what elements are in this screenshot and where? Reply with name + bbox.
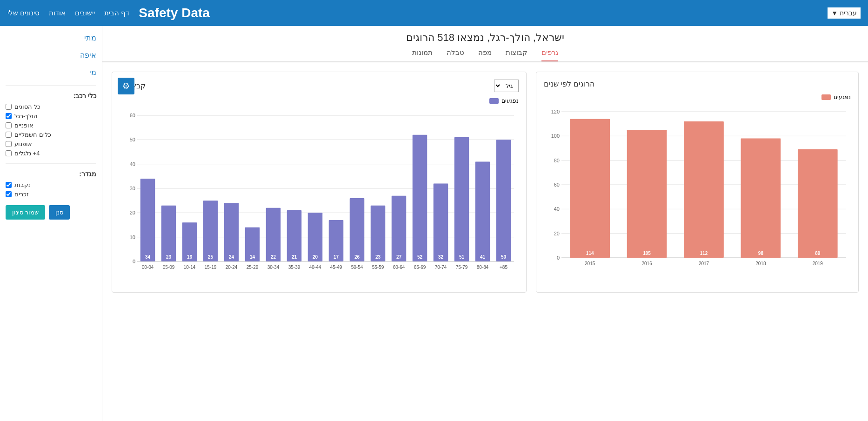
svg-text:80-84: 80-84 — [477, 265, 489, 270]
filter-button[interactable]: סנן — [49, 205, 70, 220]
svg-rect-60 — [454, 137, 469, 261]
svg-rect-57 — [434, 184, 448, 261]
main-header: עברית ▼ Safety Data דף הבית יישובים אודו… — [0, 0, 868, 26]
tab-images[interactable]: תמונות — [412, 48, 433, 61]
svg-text:20: 20 — [554, 231, 560, 236]
vehicle-label-2: אופניים — [14, 122, 33, 129]
gender-section-title: מגדר: — [6, 170, 96, 178]
svg-text:24: 24 — [229, 254, 234, 260]
vehicle-checkboxes: כל הסוגיםהולך-רגלאופנייםכלים חשמלייםאופנ… — [6, 103, 96, 157]
right-bar-chart: 0204060801001201142015105201611220179820… — [544, 104, 851, 281]
svg-text:32: 32 — [438, 254, 444, 260]
tab-map[interactable]: מפה — [478, 48, 492, 61]
charts-area: ⚙ גיל קבץ לפי נפגעים 01020304050603400-0… — [102, 62, 868, 302]
sidebar: מתי איפה מי כלי רכב: כל הסוגיםהולך-רגלאו… — [0, 26, 102, 421]
svg-text:21: 21 — [292, 254, 297, 260]
save-filter-button[interactable]: שמור סינון — [6, 205, 45, 220]
svg-text:114: 114 — [586, 251, 594, 256]
vehicle-checkbox-1[interactable] — [6, 113, 12, 119]
svg-text:40: 40 — [130, 161, 135, 167]
vehicle-label-1: הולך-רגל — [14, 113, 38, 120]
svg-rect-87 — [627, 130, 667, 258]
vehicle-checkbox-2[interactable] — [6, 122, 12, 128]
dropdown-arrow-icon: ▼ — [831, 9, 838, 17]
left-chart-header: גיל קבץ לפי — [120, 80, 519, 92]
gear-icon: ⚙ — [122, 81, 130, 91]
svg-rect-45 — [350, 198, 365, 261]
svg-rect-90 — [684, 121, 724, 258]
header-left: עברית ▼ — [828, 7, 861, 19]
gender-label-1: זכרים — [14, 191, 29, 198]
vehicle-checkbox-5[interactable] — [6, 150, 12, 156]
svg-text:55-59: 55-59 — [372, 265, 384, 270]
svg-text:89: 89 — [815, 251, 821, 256]
svg-rect-63 — [475, 161, 490, 261]
settings-button[interactable]: ⚙ — [118, 78, 134, 94]
svg-text:34: 34 — [145, 254, 151, 260]
page-title: ישראל, הולך-רגל, נמצאו 518 הרוגים — [102, 32, 868, 44]
svg-rect-18 — [161, 206, 176, 261]
svg-text:35-39: 35-39 — [288, 265, 300, 270]
vehicle-option-3: כלים חשמליים — [6, 131, 96, 138]
svg-text:0: 0 — [557, 255, 560, 261]
svg-text:10: 10 — [130, 234, 135, 240]
vehicle-checkbox-0[interactable] — [6, 104, 12, 110]
svg-text:20: 20 — [313, 254, 318, 260]
svg-text:0: 0 — [133, 259, 135, 264]
tab-groups[interactable]: קבוצות — [506, 48, 527, 61]
svg-text:2018: 2018 — [755, 261, 766, 266]
svg-rect-36 — [287, 210, 302, 261]
svg-text:50: 50 — [130, 137, 135, 142]
svg-text:105: 105 — [643, 251, 651, 256]
left-legend-color — [489, 98, 499, 104]
vehicle-option-5: 4+ גלגלים — [6, 150, 96, 157]
tab-table[interactable]: טבלה — [447, 48, 464, 61]
vehicle-label-5: 4+ גלגלים — [14, 150, 40, 157]
left-legend-label: נפגעים — [501, 98, 519, 104]
vehicle-option-0: כל הסוגים — [6, 103, 96, 110]
right-chart-panel: הרוגים לפי שנים נפגעים 02040608010012011… — [536, 72, 859, 293]
svg-text:15-19: 15-19 — [205, 265, 217, 270]
tab-graphs[interactable]: גרפים — [541, 48, 558, 61]
nav-settlements[interactable]: יישובים — [75, 9, 95, 17]
svg-text:2015: 2015 — [585, 261, 595, 266]
vehicle-label-0: כל הסוגים — [14, 103, 40, 110]
right-chart-header: הרוגים לפי שנים — [544, 80, 851, 88]
right-chart-legend: נפגעים — [544, 94, 851, 100]
svg-text:45-49: 45-49 — [330, 265, 342, 270]
svg-text:80: 80 — [554, 158, 560, 163]
svg-rect-33 — [266, 208, 281, 261]
gender-option-0: נקבות — [6, 181, 96, 188]
right-chart-title: הרוגים לפי שנים — [544, 80, 594, 88]
nav-home[interactable]: דף הבית — [104, 9, 129, 17]
svg-rect-27 — [224, 203, 239, 261]
svg-text:23: 23 — [166, 254, 172, 260]
page-layout: ישראל, הולך-רגל, נמצאו 518 הרוגים גרפים … — [0, 26, 868, 421]
svg-text:60: 60 — [130, 113, 135, 118]
nav-filters[interactable]: סינונים שלי — [7, 9, 40, 17]
language-dropdown[interactable]: עברית ▼ — [828, 7, 861, 19]
svg-text:25-29: 25-29 — [247, 265, 259, 270]
svg-text:98: 98 — [758, 251, 764, 256]
vehicle-checkbox-3[interactable] — [6, 132, 12, 138]
nav-about[interactable]: אודות — [49, 9, 66, 17]
group-by-dropdown[interactable]: גיל — [494, 80, 519, 92]
svg-text:+85: +85 — [500, 265, 507, 270]
sidebar-link-when[interactable]: מתי — [6, 33, 96, 42]
svg-text:40: 40 — [554, 206, 560, 212]
divider-2 — [6, 163, 96, 164]
svg-text:60-64: 60-64 — [393, 265, 405, 270]
svg-rect-84 — [570, 119, 610, 258]
svg-text:25: 25 — [208, 254, 214, 260]
svg-rect-51 — [392, 196, 407, 261]
left-chart-svg: 01020304050603400-042305-091610-142515-1… — [120, 108, 519, 285]
gender-checkbox-1[interactable] — [6, 191, 12, 197]
vehicle-checkbox-4[interactable] — [6, 141, 12, 147]
svg-rect-15 — [140, 179, 155, 261]
header-nav: Safety Data דף הבית יישובים אודות סינוני… — [7, 6, 210, 20]
sidebar-link-where[interactable]: איפה — [6, 51, 96, 60]
svg-text:40-44: 40-44 — [309, 265, 321, 270]
gender-checkbox-0[interactable] — [6, 182, 12, 188]
svg-text:20: 20 — [130, 210, 135, 215]
sidebar-link-who[interactable]: מי — [6, 68, 96, 77]
